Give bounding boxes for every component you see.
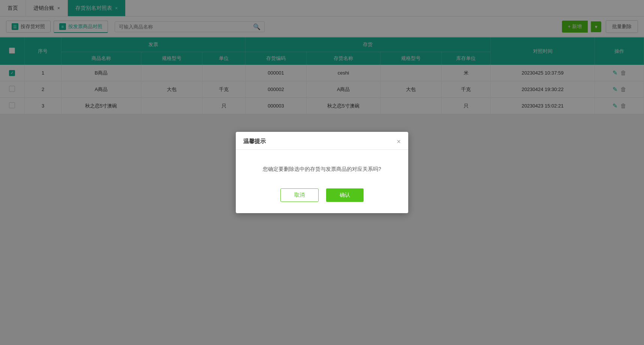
dialog: 温馨提示 × 您确定要删除选中的存货与发票商品的对应关系吗? 取消 确认: [236, 132, 408, 213]
dialog-confirm-button[interactable]: 确认: [326, 188, 364, 202]
dialog-title: 温馨提示: [243, 138, 266, 145]
dialog-overlay: 温馨提示 × 您确定要删除选中的存货与发票商品的对应关系吗? 取消 确认: [0, 0, 644, 345]
dialog-footer: 取消 确认: [236, 185, 408, 213]
dialog-cancel-button[interactable]: 取消: [280, 188, 319, 202]
dialog-body: 您确定要删除选中的存货与发票商品的对应关系吗?: [236, 150, 408, 184]
dialog-message: 您确定要删除选中的存货与发票商品的对应关系吗?: [263, 166, 381, 172]
dialog-header: 温馨提示 ×: [236, 132, 408, 150]
dialog-close-button[interactable]: ×: [397, 138, 401, 145]
